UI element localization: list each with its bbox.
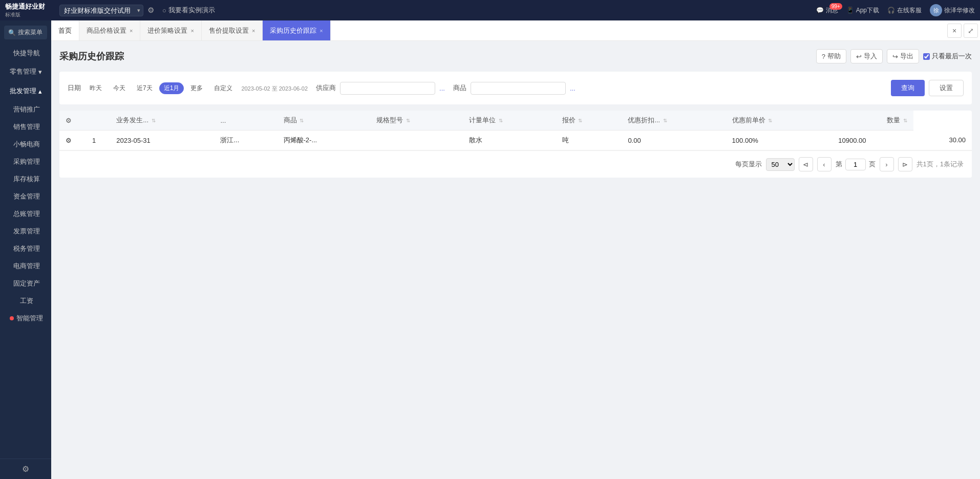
- row-discount: 100.00%: [726, 130, 833, 150]
- supplier-label: 供应商: [316, 83, 336, 93]
- filter-settings-button[interactable]: 设置: [929, 80, 964, 96]
- date-btn-custom[interactable]: 自定义: [209, 82, 237, 94]
- message-button[interactable]: 💬 消息 99+: [816, 6, 838, 15]
- per-page-select[interactable]: 50 20 100 200: [766, 158, 795, 171]
- page-title: 采购历史价跟踪: [59, 50, 124, 62]
- tab-purchase-strategy[interactable]: 进价策略设置 ×: [140, 20, 201, 41]
- tab-close-icon[interactable]: ×: [190, 28, 194, 34]
- tab-label: 售价提取设置: [209, 26, 249, 35]
- th-price[interactable]: 报价 ⇅: [556, 111, 622, 130]
- sidebar-item-purchase[interactable]: 采购管理: [0, 153, 51, 170]
- tab-expand-button[interactable]: ⤢: [964, 24, 978, 38]
- product-input[interactable]: [471, 82, 566, 95]
- tab-close-icon[interactable]: ×: [252, 28, 255, 34]
- row-spec: [370, 130, 463, 150]
- row-supplier: 浙江...: [214, 130, 277, 150]
- date-filter: 日期 昨天 今天 近7天 近1月 更多 自定义 2023-05-02 至 202…: [68, 82, 308, 94]
- sidebar-item-ledger[interactable]: 总账管理: [0, 205, 51, 223]
- topbar-gear-icon[interactable]: ⚙: [147, 6, 154, 15]
- sidebar-item-marketing[interactable]: 营销推广: [0, 101, 51, 118]
- sort-icon: ⇅: [300, 118, 304, 123]
- th-pre-discount-price[interactable]: 优惠前单价 ⇅: [726, 111, 833, 130]
- sidebar-item-sales[interactable]: 销售管理: [0, 118, 51, 136]
- sidebar-item-ecommerce[interactable]: 电商管理: [0, 257, 51, 275]
- row-price-unit: 吨: [556, 130, 622, 150]
- th-date[interactable]: 业务发生... ⇅: [110, 111, 214, 130]
- demo-button[interactable]: ○ 我要看实例演示: [162, 6, 215, 15]
- online-service-button[interactable]: 🎧 在线客服: [887, 6, 922, 15]
- th-more[interactable]: ...: [214, 111, 277, 130]
- th-gear[interactable]: ⚙: [59, 111, 78, 130]
- sidebar-item-ecommerce-small[interactable]: 小畅电商: [0, 136, 51, 153]
- page-next-button[interactable]: ›: [880, 157, 894, 171]
- edition-select-wrap[interactable]: 好业财标准版交付试用: [59, 5, 143, 16]
- tab-label: 采购历史价跟踪: [270, 26, 316, 35]
- sidebar-item-invoice[interactable]: 发票管理: [0, 223, 51, 240]
- sidebar-settings-icon[interactable]: ⚙: [22, 464, 29, 474]
- only-last-checkbox-label[interactable]: 只看最后一次: [923, 52, 972, 61]
- search-menu-button[interactable]: 🔍 搜索菜单: [4, 26, 47, 39]
- sidebar-item-label: 总账管理: [13, 210, 40, 217]
- tab-collapse-button[interactable]: ×: [947, 24, 962, 38]
- sidebar-item-retail[interactable]: 零售管理 ▾: [0, 62, 51, 81]
- tab-home-label: 首页: [58, 26, 72, 35]
- sort-icon: ⇅: [768, 118, 772, 123]
- tab-purchase-history[interactable]: 采购历史价跟踪 ×: [263, 20, 330, 41]
- product-more-button[interactable]: ...: [570, 84, 576, 92]
- sidebar-item-wholesale[interactable]: 批发管理 ▴: [0, 81, 51, 101]
- page-number-input[interactable]: [845, 159, 866, 170]
- sidebar-item-assets[interactable]: 固定资产: [0, 275, 51, 292]
- app-download-button[interactable]: 📱 App下载: [846, 6, 879, 15]
- edition-select[interactable]: 好业财标准版交付试用: [59, 5, 143, 16]
- content-area: 首页 商品价格设置 × 进价策略设置 × 售价提取设置 × 采购历史价跟踪 × …: [51, 20, 980, 479]
- demo-label: 我要看实例演示: [168, 6, 215, 15]
- supplier-input[interactable]: [340, 82, 435, 95]
- th-qty[interactable]: 数量 ⇅: [832, 111, 913, 130]
- date-range: 2023-05-02 至 2023-06-02: [241, 85, 308, 93]
- user-menu[interactable]: 徐 徐泽华修改: [930, 4, 975, 16]
- export-icon: ↪: [892, 53, 898, 60]
- tab-price-settings[interactable]: 商品价格设置 ×: [79, 20, 140, 41]
- demo-icon: ○: [162, 7, 166, 14]
- product-filter: 商品 ...: [453, 82, 576, 95]
- page-prev-button[interactable]: ‹: [817, 157, 832, 171]
- only-last-label: 只看最后一次: [932, 52, 972, 61]
- sidebar-item-label: 零售管理: [10, 67, 36, 76]
- sidebar-item-quick-nav[interactable]: 快捷导航: [0, 45, 51, 62]
- sidebar-search-area[interactable]: 🔍 搜索菜单: [0, 20, 51, 45]
- sidebar-item-label: 批发管理: [10, 86, 36, 96]
- page-last-button[interactable]: ⊳: [898, 157, 912, 171]
- date-btn-1month[interactable]: 近1月: [159, 82, 184, 94]
- th-product[interactable]: 商品 ⇅: [278, 111, 371, 130]
- sidebar-item-tax[interactable]: 税务管理: [0, 240, 51, 257]
- app-title: 畅捷通好业财: [5, 2, 45, 11]
- date-btn-yesterday[interactable]: 昨天: [85, 82, 106, 94]
- sidebar-item-smart[interactable]: 智能管理: [0, 310, 51, 327]
- only-last-checkbox[interactable]: [923, 53, 930, 60]
- row-gear[interactable]: ⚙: [59, 130, 78, 150]
- sidebar-item-inventory[interactable]: 库存核算: [0, 170, 51, 188]
- sidebar-item-payroll[interactable]: 工资: [0, 292, 51, 310]
- import-button[interactable]: ↩ 导入: [850, 49, 883, 63]
- help-button[interactable]: ? 帮助: [816, 49, 846, 63]
- import-icon: ↩: [856, 53, 862, 60]
- tab-label: 进价策略设置: [147, 26, 187, 35]
- tab-sale-strategy[interactable]: 售价提取设置 ×: [202, 20, 263, 41]
- tab-label: 商品价格设置: [87, 26, 126, 35]
- supplier-more-button[interactable]: ...: [439, 84, 445, 92]
- table-container: ⚙ 业务发生... ⇅ ... 商品 ⇅ 规格型号 ⇅ 计量单位 ⇅ 报价 ⇅ …: [59, 111, 972, 178]
- sidebar-item-finance[interactable]: 资金管理: [0, 188, 51, 205]
- page-first-button[interactable]: ⊲: [799, 157, 813, 171]
- export-button[interactable]: ↪ 导出: [887, 49, 919, 63]
- help-label: 帮助: [827, 52, 841, 61]
- date-btn-today[interactable]: 今天: [109, 82, 130, 94]
- th-spec[interactable]: 规格型号 ⇅: [370, 111, 463, 130]
- th-unit[interactable]: 计量单位 ⇅: [463, 111, 556, 130]
- tab-home[interactable]: 首页: [51, 20, 79, 41]
- th-discount[interactable]: 优惠折扣... ⇅: [622, 111, 726, 130]
- date-btn-more[interactable]: 更多: [186, 82, 207, 94]
- tab-close-icon[interactable]: ×: [130, 28, 133, 34]
- tab-close-icon[interactable]: ×: [319, 28, 323, 34]
- date-btn-7days[interactable]: 近7天: [132, 82, 157, 94]
- query-button[interactable]: 查询: [891, 80, 925, 96]
